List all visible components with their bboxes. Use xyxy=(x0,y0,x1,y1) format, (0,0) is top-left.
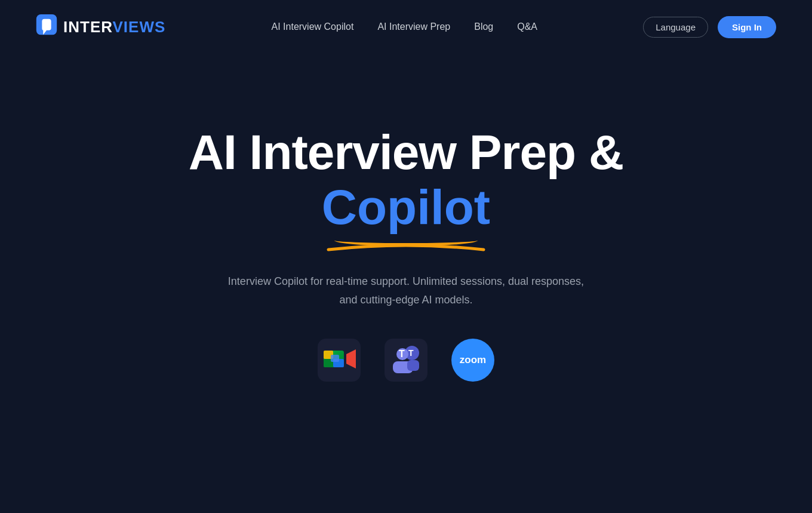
svg-rect-15 xyxy=(407,360,419,371)
signin-button[interactable]: Sign In xyxy=(718,16,776,38)
google-meet-icon xyxy=(318,339,361,382)
svg-text:T: T xyxy=(399,349,405,359)
navbar: INTERVIEWS AI Interview Copilot AI Inter… xyxy=(0,0,812,54)
language-button[interactable]: Language xyxy=(643,17,708,38)
zoom-icon: zoom xyxy=(451,339,494,382)
svg-text:T: T xyxy=(408,348,414,358)
nav-link-blog[interactable]: Blog xyxy=(474,21,493,32)
nav-link-prep[interactable]: AI Interview Prep xyxy=(377,21,450,32)
logo-icon xyxy=(36,14,57,39)
logo-text: INTERVIEWS xyxy=(63,18,165,36)
nav-link-qa[interactable]: Q&A xyxy=(517,21,537,32)
nav-actions: Language Sign In xyxy=(643,16,776,38)
hero-title-line2: Copilot xyxy=(322,179,490,235)
svg-rect-9 xyxy=(385,339,427,382)
nav-links: AI Interview Copilot AI Interview Prep B… xyxy=(272,21,538,32)
platform-icons: T T zoom xyxy=(318,339,494,382)
hero-title-line1: AI Interview Prep & xyxy=(189,125,623,179)
logo[interactable]: INTERVIEWS xyxy=(36,14,165,39)
hero-section: AI Interview Prep & Copilot Interview Co… xyxy=(0,54,812,417)
hero-subtitle: Interview Copilot for real-time support.… xyxy=(228,272,584,309)
svg-rect-8 xyxy=(331,355,339,362)
ms-teams-icon: T T xyxy=(385,339,427,382)
nav-link-copilot[interactable]: AI Interview Copilot xyxy=(272,21,354,32)
